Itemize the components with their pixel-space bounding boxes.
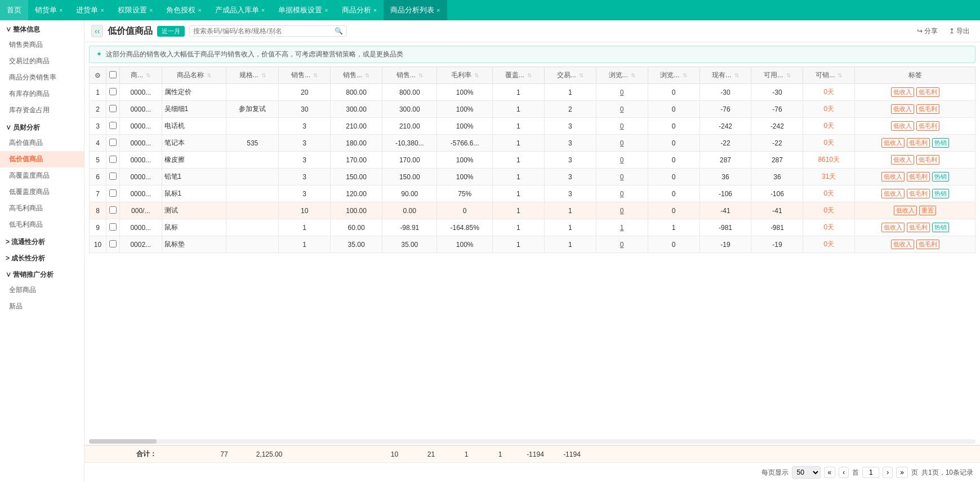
nav-template-close[interactable]: × xyxy=(324,7,328,14)
th-code[interactable]: 商... ⇅ xyxy=(120,67,162,84)
nav-product-analysis[interactable]: 商品分析 × xyxy=(335,0,384,20)
nav-role-close[interactable]: × xyxy=(198,7,201,14)
page-number-input[interactable] xyxy=(862,467,879,478)
first-page-button[interactable]: « xyxy=(824,467,836,478)
row-checkbox[interactable] xyxy=(109,189,117,197)
td-browse1[interactable]: 0 xyxy=(596,185,648,202)
td-browse1[interactable]: 0 xyxy=(596,236,648,253)
sidebar-item-stock-products[interactable]: 有库存的商品 xyxy=(0,86,84,102)
row-checkbox[interactable] xyxy=(109,223,117,231)
nav-product-in-close[interactable]: × xyxy=(261,7,265,14)
sidebar-item-traded-products[interactable]: 交易过的商品 xyxy=(0,53,84,69)
th-sales-amount[interactable]: 销售... ⇅ xyxy=(382,67,437,84)
select-all-checkbox[interactable] xyxy=(109,71,117,78)
sidebar-group-marketing[interactable]: ∨ 营销推广分析 xyxy=(0,266,84,282)
per-page-select[interactable]: 50 100 200 xyxy=(792,466,821,479)
td-browse1[interactable]: 0 xyxy=(596,84,648,101)
sidebar-item-new-products[interactable]: 新品 xyxy=(0,298,84,315)
prev-page-button[interactable]: ‹ xyxy=(839,467,849,478)
td-checkbox[interactable] xyxy=(106,185,120,202)
sidebar-item-stock-funds[interactable]: 库存资金占用 xyxy=(0,102,84,118)
sidebar-item-low-value[interactable]: 低价值商品 xyxy=(0,151,84,167)
row-checkbox[interactable] xyxy=(109,206,117,214)
search-icon[interactable]: 🔍 xyxy=(335,27,343,35)
browse-link[interactable]: 0 xyxy=(620,122,624,130)
th-margin-rate[interactable]: 毛利率 ⇅ xyxy=(437,67,492,84)
sidebar-group-growth[interactable]: > 成长性分析 xyxy=(0,249,84,266)
sidebar-group-financial[interactable]: ∨ 员财分析 xyxy=(0,118,84,135)
th-sales-price[interactable]: 销售... ⇅ xyxy=(331,67,382,84)
horizontal-scrollbar[interactable] xyxy=(89,439,975,444)
row-checkbox[interactable] xyxy=(109,240,117,247)
sidebar-item-high-margin[interactable]: 高毛利商品 xyxy=(0,200,84,216)
nav-product-analysis-list-close[interactable]: × xyxy=(436,7,440,14)
th-settings[interactable]: ⚙ xyxy=(90,67,106,84)
time-badge[interactable]: 近一月 xyxy=(157,26,185,37)
nav-purchase-close[interactable]: × xyxy=(100,7,104,14)
nav-sales-close[interactable]: × xyxy=(59,7,63,14)
td-browse1[interactable]: 0 xyxy=(596,169,648,185)
nav-sales[interactable]: 销货单 × xyxy=(28,0,69,20)
th-browse1[interactable]: 浏览... ⇅ xyxy=(596,67,648,84)
nav-product-in[interactable]: 产成品入库单 × xyxy=(208,0,271,20)
sidebar-item-high-value[interactable]: 高价值商品 xyxy=(0,135,84,151)
sidebar-item-low-coverage[interactable]: 低覆盖度商品 xyxy=(0,184,84,200)
td-checkbox[interactable] xyxy=(106,101,120,118)
sidebar-item-sales-products[interactable]: 销售类商品 xyxy=(0,37,84,53)
row-checkbox[interactable] xyxy=(109,173,117,180)
td-checkbox[interactable] xyxy=(106,152,120,169)
browse-link[interactable]: 0 xyxy=(620,207,624,215)
td-browse1[interactable]: 1 xyxy=(596,219,648,236)
nav-role[interactable]: 角色授权 × xyxy=(159,0,208,20)
browse-link[interactable]: 0 xyxy=(620,139,624,147)
td-checkbox[interactable] xyxy=(106,118,120,135)
th-available-stock[interactable]: 可用... ⇅ xyxy=(751,67,803,84)
nav-template[interactable]: 单据模板设置 × xyxy=(271,0,335,20)
td-browse1[interactable]: 0 xyxy=(596,202,648,219)
td-checkbox[interactable] xyxy=(106,169,120,185)
td-browse1[interactable]: 0 xyxy=(596,135,648,152)
row-checkbox[interactable] xyxy=(109,156,117,163)
nav-purchase[interactable]: 进货单 × xyxy=(69,0,110,20)
browse-link[interactable]: 0 xyxy=(620,156,624,164)
th-sales-qty[interactable]: 销售... ⇅ xyxy=(279,67,331,84)
sidebar-item-all-products[interactable]: 全部商品 xyxy=(0,282,84,298)
sidebar-item-category-sales-rate[interactable]: 商品分类销售率 xyxy=(0,69,84,86)
td-checkbox[interactable] xyxy=(106,219,120,236)
td-checkbox[interactable] xyxy=(106,202,120,219)
nav-permission[interactable]: 权限设置 × xyxy=(111,0,159,20)
browse-link[interactable]: 0 xyxy=(620,173,624,181)
collapse-sidebar-button[interactable]: ‹‹ xyxy=(91,25,103,37)
td-browse1[interactable]: 0 xyxy=(596,101,648,118)
search-input[interactable] xyxy=(193,27,335,35)
nav-home[interactable]: 首页 xyxy=(0,0,28,20)
th-spec[interactable]: 规格... ⇅ xyxy=(226,67,279,84)
table-container[interactable]: ⚙ 商... ⇅ 商品名称 ⇅ 规格... ⇅ 销售... ⇅ 销售... ⇅ … xyxy=(84,67,980,439)
row-checkbox[interactable] xyxy=(109,139,117,146)
td-checkbox[interactable] xyxy=(106,236,120,253)
next-page-button[interactable]: › xyxy=(883,467,893,478)
th-trade[interactable]: 交易... ⇅ xyxy=(544,67,596,84)
th-name[interactable]: 商品名称 ⇅ xyxy=(162,67,226,84)
scrollbar-thumb[interactable] xyxy=(89,439,157,444)
nav-product-analysis-close[interactable]: × xyxy=(373,7,377,14)
share-button[interactable]: ↪ 分享 xyxy=(914,25,941,37)
th-browse2[interactable]: 浏览... ⇅ xyxy=(648,67,700,84)
th-coverage[interactable]: 覆盖... ⇅ xyxy=(492,67,544,84)
browse-link[interactable]: 0 xyxy=(620,89,624,96)
nav-permission-close[interactable]: × xyxy=(149,7,153,14)
nav-product-analysis-list[interactable]: 商品分析列表 × xyxy=(384,0,447,20)
browse-link[interactable]: 0 xyxy=(620,190,624,198)
td-browse1[interactable]: 0 xyxy=(596,118,648,135)
sidebar-group-circulation[interactable]: > 流通性分析 xyxy=(0,233,84,249)
sidebar-group-overall[interactable]: ∨ 整体信息 xyxy=(0,20,84,37)
row-checkbox[interactable] xyxy=(109,88,117,95)
th-sellable-stock[interactable]: 可销... ⇅ xyxy=(803,67,855,84)
td-browse1[interactable]: 0 xyxy=(596,152,648,169)
row-checkbox[interactable] xyxy=(109,122,117,129)
browse-link[interactable]: 0 xyxy=(620,241,624,249)
td-checkbox[interactable] xyxy=(106,135,120,152)
row-checkbox[interactable] xyxy=(109,105,117,112)
browse-link[interactable]: 0 xyxy=(620,105,624,113)
export-button[interactable]: ↥ 导出 xyxy=(946,25,973,37)
